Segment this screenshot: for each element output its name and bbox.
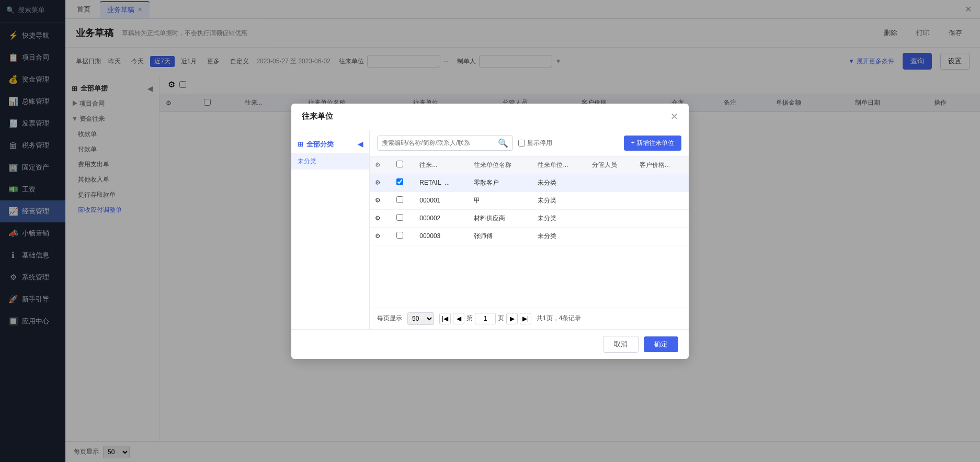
dialog-col-name: 往来单位名称 (469, 156, 533, 174)
dialog-table-row[interactable]: ⚙ 000003 张师傅 未分类 (370, 227, 689, 245)
row-checkbox[interactable] (391, 209, 414, 227)
row-category: 未分类 (532, 227, 587, 245)
cancel-button[interactable]: 取消 (603, 336, 639, 353)
dialog-toolbar: 🔍 显示停用 + 新增往来单位 (370, 130, 689, 156)
page-controls: |◀ ◀ 第 页 ▶ ▶| (439, 313, 531, 324)
row-manager (587, 227, 634, 245)
row-gear: ⚙ (370, 209, 391, 227)
row-category: 未分类 (532, 209, 587, 227)
dialog-main: 🔍 显示停用 + 新增往来单位 ⚙ 往来... 往来单位名称 (370, 130, 689, 329)
row-category: 未分类 (532, 191, 587, 209)
counterparty-dialog: 往来单位 ✕ ⊞ 全部分类 ◀ 未分类 🔍 (291, 104, 689, 359)
dialog-sidebar-collapse-icon[interactable]: ◀ (358, 140, 363, 148)
add-counterparty-button[interactable]: + 新增往来单位 (624, 136, 681, 151)
row-price (634, 209, 689, 227)
dialog-col-price: 客户价格... (634, 156, 689, 174)
row-gear: ⚙ (370, 191, 391, 209)
row-gear: ⚙ (370, 227, 391, 245)
row-checkbox[interactable] (391, 191, 414, 209)
dialog-header: 往来单位 ✕ (291, 104, 689, 130)
row-manager (587, 191, 634, 209)
dialog-table-row[interactable]: ⚙ RETAIL_... 零散客户 未分类 (370, 174, 689, 191)
dialog-col-settings: ⚙ (370, 156, 391, 174)
row-name: 张师傅 (469, 227, 533, 245)
row-manager (587, 174, 634, 191)
show-disabled-checkbox-label[interactable]: 显示停用 (518, 139, 552, 148)
page-input[interactable] (475, 313, 496, 324)
row-gear: ⚙ (370, 174, 391, 191)
page-last-btn[interactable]: ▶| (520, 313, 531, 324)
row-manager (587, 209, 634, 227)
dialog-search-input[interactable] (382, 139, 495, 147)
row-price (634, 174, 689, 191)
row-checkbox[interactable] (391, 174, 414, 191)
dialog-title: 往来单位 (302, 111, 333, 121)
dialog-search-box[interactable]: 🔍 (377, 136, 513, 151)
show-disabled-checkbox[interactable] (518, 140, 525, 147)
row-code: 000003 (414, 227, 469, 245)
row-code: 000002 (414, 209, 469, 227)
dialog-col-checkbox (391, 156, 414, 174)
row-name: 甲 (469, 191, 533, 209)
page-next-btn[interactable]: ▶ (506, 313, 518, 324)
dialog-sidebar-unclassified[interactable]: 未分类 (291, 153, 369, 170)
dialog-sidebar: ⊞ 全部分类 ◀ 未分类 (291, 130, 370, 329)
row-code: 000001 (414, 191, 469, 209)
row-price (634, 191, 689, 209)
dialog-col-manager: 分管人员 (587, 156, 634, 174)
row-name: 零散客户 (469, 174, 533, 191)
dialog-col-category: 往来单位... (532, 156, 587, 174)
page-first-btn[interactable]: |◀ (439, 313, 451, 324)
dialog-actions: 取消 确定 (291, 329, 689, 359)
dialog-body: ⊞ 全部分类 ◀ 未分类 🔍 显示停用 + 新增往来单位 (291, 130, 689, 329)
dialog-search-icon: 🔍 (498, 138, 508, 148)
row-category: 未分类 (532, 174, 587, 191)
per-page-label: 每页显示 (377, 314, 402, 323)
page-text: 页 (498, 314, 504, 323)
dialog-table-row[interactable]: ⚙ 000001 甲 未分类 (370, 191, 689, 209)
total-text: 共1页，4条记录 (537, 314, 581, 323)
dialog-pagination-bar: 每页显示 50 100 |◀ ◀ 第 页 ▶ ▶| 共1页，4条记录 (370, 308, 689, 329)
row-price (634, 227, 689, 245)
dialog-table-container: ⚙ 往来... 往来单位名称 往来单位... 分管人员 客户价格... ⚙ RE… (370, 156, 689, 308)
row-code: RETAIL_... (414, 174, 469, 191)
dialog-close-button[interactable]: ✕ (670, 111, 678, 122)
page-no-label: 第 (466, 314, 473, 323)
dialog-sidebar-all[interactable]: ⊞ 全部分类 ◀ (291, 136, 369, 153)
dialog-sidebar-all-label: 全部分类 (306, 140, 334, 149)
dialog-table: ⚙ 往来... 往来单位名称 往来单位... 分管人员 客户价格... ⚙ RE… (370, 156, 689, 245)
dialog-col-code: 往来... (414, 156, 469, 174)
confirm-button[interactable]: 确定 (644, 336, 678, 352)
sidebar-grid-icon: ⊞ (298, 140, 303, 148)
per-page-select[interactable]: 50 100 (407, 312, 434, 325)
dialog-table-row[interactable]: ⚙ 000002 材料供应商 未分类 (370, 209, 689, 227)
page-prev-btn[interactable]: ◀ (453, 313, 464, 324)
row-checkbox[interactable] (391, 227, 414, 245)
row-name: 材料供应商 (469, 209, 533, 227)
